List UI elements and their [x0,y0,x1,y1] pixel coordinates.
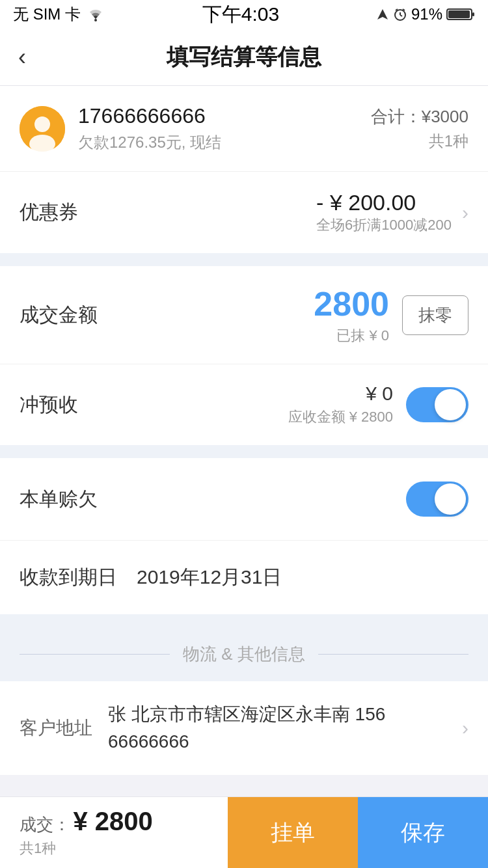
battery-percent: 91% [411,5,442,23]
deal-amount-sub: 已抹 ¥ 0 [314,326,389,346]
section-separator-1 [0,253,488,266]
coupon-right: - ¥ 200.00 全场6折满1000减200 › [316,190,468,235]
debt-toggle-knob [435,483,466,515]
address-row[interactable]: 客户地址 张 北京市市辖区海淀区永丰南 156 66666666 › [0,681,488,775]
content-area: 17666666666 欠款1276.35元, 现结 合计：¥3000 共1种 … [0,86,488,868]
bottom-deal-label: 成交： [20,815,70,834]
section-separator-3 [0,614,488,627]
bottom-deal-row: 成交： ¥ 2800 [20,807,208,836]
logistics-line-left [20,654,170,655]
logistics-header: 物流 & 其他信息 [0,627,488,681]
status-right: 91% [376,5,475,23]
svg-point-10 [34,116,50,132]
debt-section: 本单赊欠 收款到期日 2019年12月31日 [0,458,488,614]
status-time: 下午4:03 [202,1,279,28]
page-title: 填写结算等信息 [167,42,321,72]
bottom-bar: 成交： ¥ 2800 共1种 挂单 保存 [0,796,488,868]
section-separator-2 [0,445,488,458]
prepay-sub: 应收金额 ¥ 2800 [288,407,393,427]
debt-toggle[interactable] [406,481,468,517]
coupon-chevron-icon: › [462,202,468,224]
svg-line-3 [400,15,402,16]
wifi-icon [86,7,105,21]
location-icon [376,8,389,21]
debt-row: 本单赊欠 [0,458,488,540]
bottom-count: 共1种 [20,839,208,858]
alarm-icon [393,7,407,21]
customer-phone: 17666666666 [78,104,221,128]
customer-section: 17666666666 欠款1276.35元, 现结 合计：¥3000 共1种 … [0,86,488,253]
toggle-knob [435,389,466,420]
round-zero-button[interactable]: 抹零 [402,295,468,335]
deal-amount-value: 2800 [314,284,389,323]
customer-row: 17666666666 欠款1276.35元, 现结 合计：¥3000 共1种 [0,86,488,171]
debt-label: 本单赊欠 [20,486,98,513]
total-label: 合计：¥3000 [371,105,468,128]
svg-point-0 [94,19,97,21]
customer-left: 17666666666 欠款1276.35元, 现结 [20,104,221,153]
logistics-line-right [318,654,468,655]
deal-amount-row: 成交金额 2800 已抹 ¥ 0 抹零 [0,266,488,364]
status-left: 无 SIM 卡 [13,4,105,25]
battery-icon [446,7,475,21]
address-value: 张 北京市市辖区海淀区永丰南 156 66666666 [108,701,455,755]
nav-bar: ‹ 填写结算等信息 [0,29,488,86]
coupon-discount: - ¥ 200.00 [316,190,452,215]
prepay-toggle[interactable] [406,387,468,422]
save-button[interactable]: 保存 [358,797,488,869]
due-date-row: 收款到期日 2019年12月31日 [0,540,488,614]
coupon-row[interactable]: 优惠券 - ¥ 200.00 全场6折满1000减200 › [0,171,488,253]
coupon-desc: 全场6折满1000减200 [316,215,452,235]
coupon-label: 优惠券 [20,199,78,226]
back-button[interactable]: ‹ [18,44,26,71]
due-date-label: 收款到期日 [20,564,117,591]
total-count: 共1种 [371,131,468,152]
avatar [20,106,65,152]
prepay-value-wrap: ¥ 0 应收金额 ¥ 2800 [288,383,393,427]
bottom-amount: ¥ 2800 [73,807,152,835]
logistics-title: 物流 & 其他信息 [170,643,318,666]
prepay-right: ¥ 0 应收金额 ¥ 2800 [288,383,468,427]
prepay-row: 冲预收 ¥ 0 应收金额 ¥ 2800 [0,364,488,445]
svg-rect-8 [472,12,474,16]
status-bar: 无 SIM 卡 下午4:03 91% [0,0,488,29]
sim-status: 无 SIM 卡 [13,4,81,25]
deal-amount-label: 成交金额 [20,302,98,329]
prepay-label: 冲预收 [20,392,78,418]
bottom-summary: 成交： ¥ 2800 共1种 [0,807,228,858]
address-label: 客户地址 [20,716,92,740]
customer-info: 17666666666 欠款1276.35元, 现结 [78,104,221,153]
deal-amount-section: 成交金额 2800 已抹 ¥ 0 抹零 冲预收 ¥ 0 应收金额 ¥ 2800 [0,266,488,445]
hang-order-button[interactable]: 挂单 [228,797,358,869]
deal-amount-right: 2800 已抹 ¥ 0 抹零 [314,284,468,346]
customer-total: 合计：¥3000 共1种 [371,105,468,152]
address-chevron-icon: › [462,717,468,739]
svg-rect-7 [448,10,470,18]
prepay-value: ¥ 0 [288,383,393,405]
customer-debt: 欠款1276.35元, 现结 [78,132,221,153]
due-date-value: 2019年12月31日 [137,564,282,591]
